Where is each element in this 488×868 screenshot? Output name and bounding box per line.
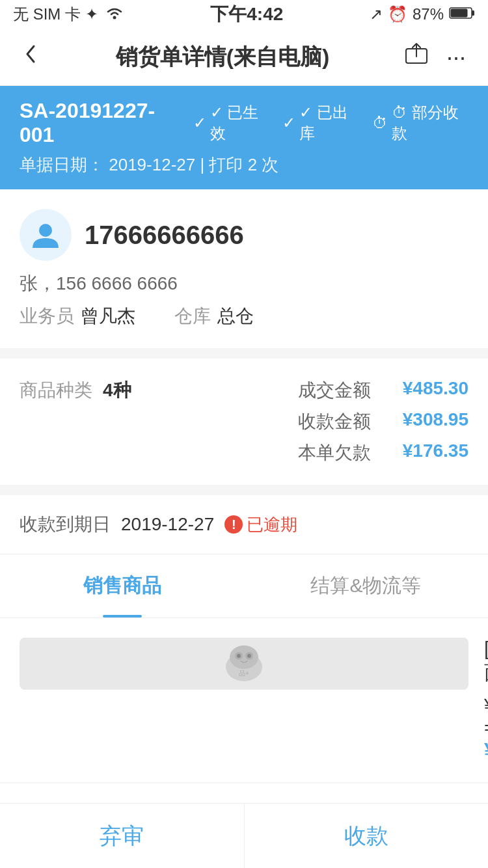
battery-icon bbox=[449, 5, 475, 23]
sales-label: 业务员 bbox=[20, 304, 74, 329]
svg-point-10 bbox=[237, 654, 241, 658]
svg-point-11 bbox=[247, 654, 251, 658]
meta-warehouse: 仓库 总仓 bbox=[174, 304, 254, 329]
tab-sales[interactable]: 销售商品 bbox=[0, 554, 244, 617]
kind-value: 4种 bbox=[103, 378, 131, 403]
sim-status: 无 SIM 卡 ✦ bbox=[13, 4, 98, 25]
avatar bbox=[20, 209, 72, 261]
svg-rect-3 bbox=[450, 9, 467, 18]
svg-text:品+: 品+ bbox=[239, 670, 249, 677]
collected-label: 收款金额 bbox=[298, 409, 371, 434]
overdue-icon: ! bbox=[224, 515, 243, 534]
badge-shipped: ✓ ✓ 已出库 bbox=[282, 102, 359, 144]
deal-value: ¥485.30 bbox=[390, 378, 468, 403]
cancel-button[interactable]: 弃审 bbox=[0, 804, 245, 868]
svg-point-0 bbox=[113, 16, 116, 20]
badge-partial: ⏱ ⏱ 部分收款 bbox=[372, 102, 468, 144]
meta-sales: 业务员 曾凡杰 bbox=[20, 304, 135, 329]
order-number: SA-20191227-001 bbox=[20, 99, 180, 147]
due-label: 收款到期日 bbox=[20, 512, 111, 537]
due-date-value: 2019-12-27 bbox=[121, 514, 214, 535]
overdue-badge: ! 已逾期 bbox=[224, 513, 297, 536]
order-date-row: 单据日期： 2019-12-27 | 打印 2 次 bbox=[20, 154, 468, 176]
status-time: 下午4:42 bbox=[210, 2, 283, 27]
svg-point-7 bbox=[230, 645, 258, 669]
more-button[interactable]: ··· bbox=[444, 41, 468, 74]
check-icon-2: ✓ bbox=[282, 114, 295, 132]
customer-card: 17666666666 张，156 6666 6666 业务员 曾凡杰 仓库 总… bbox=[0, 189, 488, 348]
stats-right: 成交金额 ¥485.30 收款金额 ¥308.95 本单欠款 ¥176.35 bbox=[298, 378, 468, 465]
nav-bar: 销货单详情(来自电脑) ··· bbox=[0, 29, 488, 86]
print-info: | 打印 2 次 bbox=[200, 155, 278, 174]
due-date-row: 收款到期日 2019-12-27 ! 已逾期 bbox=[0, 495, 488, 554]
product-name-1: [0000002]面包 bbox=[484, 638, 488, 686]
kind-label: 商品种类 bbox=[20, 378, 92, 403]
debt-label: 本单欠款 bbox=[298, 441, 371, 465]
date-value: 2019-12-27 bbox=[109, 155, 195, 174]
stats-left: 商品种类 4种 bbox=[20, 378, 131, 403]
back-button[interactable] bbox=[20, 37, 43, 77]
collected-value: ¥308.95 bbox=[390, 409, 468, 434]
tab-settle[interactable]: 结算&物流等 bbox=[244, 554, 488, 617]
location-icon: ↗ bbox=[370, 5, 383, 23]
deal-label: 成交金额 bbox=[298, 378, 371, 403]
date-label: 单据日期： bbox=[20, 155, 104, 174]
list-item: 品+ [0000002]面包 ¥40 x 5 袋 = ¥199.99 bbox=[0, 618, 488, 782]
tab-sales-label: 销售商品 bbox=[83, 575, 161, 596]
share-button[interactable] bbox=[402, 40, 431, 74]
confirm-button[interactable]: 收款 bbox=[245, 804, 489, 868]
alarm-icon: ⏰ bbox=[388, 5, 407, 23]
tabs-container: 销售商品 结算&物流等 bbox=[0, 554, 488, 618]
deal-row: 成交金额 ¥485.30 bbox=[298, 378, 468, 403]
svg-rect-2 bbox=[472, 10, 474, 16]
tab-settle-label: 结算&物流等 bbox=[310, 575, 421, 596]
svg-point-5 bbox=[39, 224, 52, 237]
battery-text: 87% bbox=[413, 5, 444, 23]
warehouse-label: 仓库 bbox=[174, 304, 211, 329]
product-price-1: ¥40 x 5 袋 = ¥199.99 bbox=[484, 693, 488, 763]
total-1: ¥199.99 bbox=[484, 739, 488, 762]
customer-meta: 业务员 曾凡杰 仓库 总仓 bbox=[20, 304, 468, 329]
stats-card: 商品种类 4种 成交金额 ¥485.30 收款金额 ¥308.95 本单欠款 ¥… bbox=[0, 359, 488, 485]
check-icon-1: ✓ bbox=[193, 114, 206, 132]
customer-phone: 17666666666 bbox=[85, 221, 244, 250]
customer-name: 张，156 6666 6666 bbox=[20, 271, 468, 296]
bottom-bar: 弃审 收款 bbox=[0, 803, 488, 868]
collected-row: 收款金额 ¥308.95 bbox=[298, 409, 468, 434]
order-header-top: SA-20191227-001 ✓ ✓ 已生效 ✓ ✓ 已出库 ⏱ ⏱ 部分收款 bbox=[20, 99, 468, 147]
page-title: 销货单详情(来自电脑) bbox=[116, 42, 330, 72]
status-left: 无 SIM 卡 ✦ bbox=[13, 4, 124, 25]
warehouse-value: 总仓 bbox=[217, 304, 254, 329]
order-header: SA-20191227-001 ✓ ✓ 已生效 ✓ ✓ 已出库 ⏱ ⏱ 部分收款… bbox=[0, 86, 488, 189]
customer-top: 17666666666 bbox=[20, 209, 468, 261]
product-info-1: [0000002]面包 ¥40 x 5 袋 = ¥199.99 bbox=[484, 638, 488, 763]
nav-actions: ··· bbox=[402, 40, 468, 74]
status-bar: 无 SIM 卡 ✦ 下午4:42 ↗ ⏰ 87% bbox=[0, 0, 488, 29]
status-right: ↗ ⏰ 87% bbox=[370, 5, 475, 23]
clock-icon: ⏱ bbox=[372, 114, 388, 132]
price-base-1: ¥40 bbox=[484, 695, 488, 715]
badge-activated: ✓ ✓ 已生效 bbox=[193, 102, 270, 144]
wifi-icon bbox=[105, 5, 124, 23]
debt-value: ¥176.35 bbox=[390, 441, 468, 465]
sales-value: 曾凡杰 bbox=[81, 304, 135, 329]
overdue-text: 已逾期 bbox=[247, 513, 297, 536]
product-image-1: 品+ bbox=[20, 638, 468, 690]
debt-row: 本单欠款 ¥176.35 bbox=[298, 441, 468, 465]
